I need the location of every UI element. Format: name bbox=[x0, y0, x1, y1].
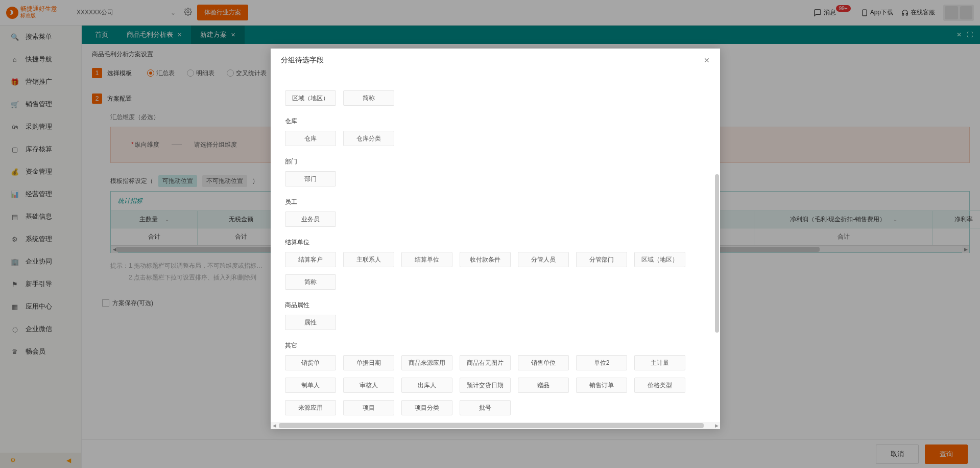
modal-vscrollbar[interactable] bbox=[714, 72, 719, 413]
field-main-measure[interactable]: 主计量 bbox=[634, 355, 685, 370]
field-shortname[interactable]: 简称 bbox=[343, 90, 394, 106]
modal-header: 分组待选字段 ✕ bbox=[271, 49, 720, 72]
field-price-type[interactable]: 价格类型 bbox=[634, 378, 685, 393]
category-employee: 员工 bbox=[285, 198, 706, 206]
field-product-has-image[interactable]: 商品有无图片 bbox=[460, 355, 511, 370]
field-doc-date[interactable]: 单据日期 bbox=[343, 355, 394, 370]
category-other: 其它 bbox=[285, 341, 706, 350]
field-region2[interactable]: 区域（地区） bbox=[634, 252, 685, 267]
field-creator[interactable]: 制单人 bbox=[285, 378, 336, 393]
modal-close-icon[interactable]: ✕ bbox=[704, 56, 710, 64]
field-salesperson[interactable]: 业务员 bbox=[285, 212, 336, 227]
field-sales-unit[interactable]: 销售单位 bbox=[518, 355, 569, 370]
field-outbound-person[interactable]: 出库人 bbox=[401, 378, 452, 393]
field-sales-order2[interactable]: 销售订单 bbox=[576, 378, 627, 393]
category-product-attr: 商品属性 bbox=[285, 301, 706, 310]
field-expected-delivery[interactable]: 预计交货日期 bbox=[460, 378, 511, 393]
field-settle-customer[interactable]: 结算客户 bbox=[285, 252, 336, 267]
field-department[interactable]: 部门 bbox=[285, 171, 336, 186]
modal-body: 客户 客户分类 分管部门 分管人员 主联系人 主联系人… 销售单位 区域（地区）… bbox=[271, 72, 720, 422]
field-attribute[interactable]: 属性 bbox=[285, 315, 336, 330]
category-department: 部门 bbox=[285, 157, 706, 166]
field-sales-order[interactable]: 销货单 bbox=[285, 355, 336, 370]
field-gift[interactable]: 赠品 bbox=[518, 378, 569, 393]
field-unit2[interactable]: 单位2 bbox=[576, 355, 627, 370]
modal-title: 分组待选字段 bbox=[281, 56, 324, 65]
field-shortname2[interactable]: 简称 bbox=[285, 274, 336, 290]
field-warehouse[interactable]: 仓库 bbox=[285, 131, 336, 146]
field-manager-person[interactable]: 分管人员 bbox=[518, 252, 569, 267]
field-batch[interactable]: 批号 bbox=[460, 400, 511, 415]
field-manager-dept[interactable]: 分管部门 bbox=[576, 252, 627, 267]
modal-hscrollbar[interactable]: ◀ ▶ bbox=[271, 422, 720, 429]
field-region[interactable]: 区域（地区） bbox=[285, 90, 336, 106]
scroll-right-icon[interactable]: ▶ bbox=[713, 422, 720, 429]
group-field-modal: 分组待选字段 ✕ 客户 客户分类 分管部门 分管人员 主联系人 主联系人… 销售… bbox=[271, 49, 720, 429]
field-source-app[interactable]: 来源应用 bbox=[285, 400, 336, 415]
field-project[interactable]: 项目 bbox=[343, 400, 394, 415]
field-row-top: 区域（地区） 简称 bbox=[285, 90, 706, 106]
field-row-partial: 客户 客户分类 分管部门 分管人员 主联系人 主联系人… 销售单位 bbox=[285, 72, 706, 87]
field-product-source-app[interactable]: 商品来源应用 bbox=[401, 355, 452, 370]
field-approver[interactable]: 审核人 bbox=[343, 378, 394, 393]
category-settle-unit: 结算单位 bbox=[285, 238, 706, 247]
scroll-left-icon[interactable]: ◀ bbox=[271, 422, 278, 429]
field-project-class[interactable]: 项目分类 bbox=[401, 400, 452, 415]
scroll-thumb[interactable] bbox=[715, 174, 719, 333]
category-warehouse: 仓库 bbox=[285, 117, 706, 126]
field-warehouse-class[interactable]: 仓库分类 bbox=[343, 131, 394, 146]
field-main-contact[interactable]: 主联系人 bbox=[343, 252, 394, 267]
scroll-thumb[interactable] bbox=[279, 423, 704, 428]
field-settle-unit[interactable]: 结算单位 bbox=[401, 252, 452, 267]
field-payment-terms[interactable]: 收付款条件 bbox=[460, 252, 511, 267]
